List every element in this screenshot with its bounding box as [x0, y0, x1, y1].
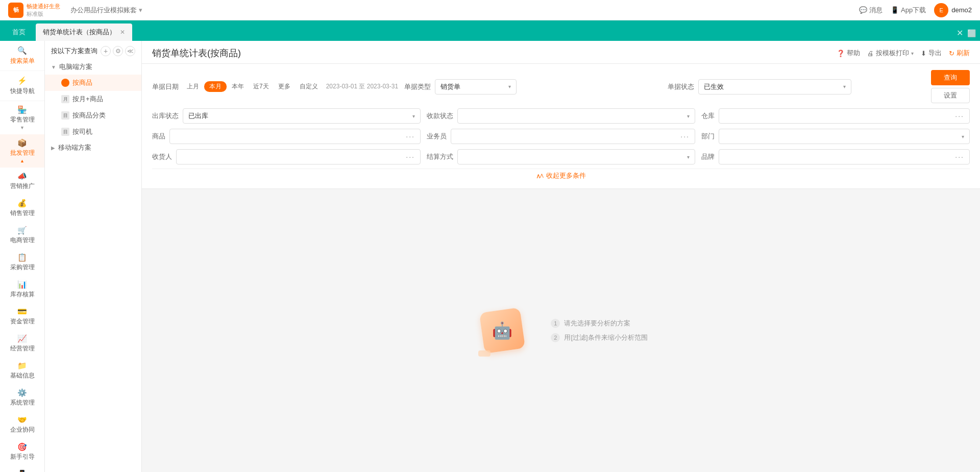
tab-home[interactable]: 首页 [4, 23, 34, 41]
print-chevron-icon: ▾ [911, 51, 914, 56]
empty-state: 🤖 1 请先选择要分析的方案 2 用[过滤]条件来缩小分析范围 [474, 302, 647, 359]
payment-method-label: 结算方式 [427, 152, 453, 161]
brand-dots-icon: ··· [955, 153, 964, 161]
main-content: 🤖 1 请先选择要分析的方案 2 用[过滤]条件来缩小分析范围 [142, 189, 980, 472]
sidebar-item-basic[interactable]: 📁 基础信息 [0, 357, 44, 384]
message-btn[interactable]: 💬 消息 [859, 6, 883, 15]
sidebar-item-system[interactable]: ⚙️ 系统管理 [0, 384, 44, 411]
tree-item-by-brand[interactable]: 目 按司机 [45, 124, 141, 140]
sidebar-item-inventory[interactable]: 📊 库存核算 [0, 276, 44, 303]
refresh-btn[interactable]: ↻ 刷新 [949, 49, 970, 58]
logo-icon: 畅 [8, 3, 23, 18]
warehouse-input[interactable]: ··· [719, 108, 970, 124]
help-icon: ❓ [837, 50, 845, 57]
refresh-icon: ↻ [949, 50, 954, 57]
sidebar-item-ecommerce[interactable]: 🛒 电商管理 [0, 222, 44, 249]
avatar: E [934, 3, 948, 17]
download-icon: 📱 [891, 6, 899, 14]
staff-dots-icon: ··· [680, 132, 690, 140]
tab-close-icon[interactable]: ✕ [120, 29, 125, 36]
maximize-icon[interactable]: ⬜ [967, 29, 976, 37]
sidebar-item-quick-nav[interactable]: ⚡ 快捷导航 [0, 71, 44, 101]
help-btn[interactable]: ❓ 帮助 [837, 49, 860, 58]
print-btn[interactable]: 🖨 按模板打印 ▾ [867, 49, 914, 58]
date-tab-more[interactable]: 更多 [274, 81, 295, 92]
doc-status-select[interactable]: 已生效 ▾ [698, 79, 851, 95]
tree-item-by-month-product[interactable]: 月 按月+商品 [45, 91, 141, 107]
date-tab-this-year[interactable]: 本年 [228, 81, 248, 92]
sidebar-item-sales[interactable]: 💰 销售管理 [0, 195, 44, 222]
logo-area: 畅 畅捷通好生意 标准版 [8, 3, 60, 18]
sidebar-item-search-menu[interactable]: 🔍 搜索菜单 [0, 41, 44, 71]
collapse-filter-btn[interactable]: ∧ ∧ 收起更多条件 [152, 169, 970, 182]
print-icon: 🖨 [867, 50, 874, 57]
warehouse-status-select[interactable]: 已出库 ▾ [183, 108, 421, 124]
dept-label: 部门 [701, 132, 715, 141]
brand-input[interactable]: ··· [719, 149, 970, 164]
enterprise-icon: 🤝 [17, 415, 27, 424]
sidebar-item-marketing[interactable]: 📣 营销推广 [0, 168, 44, 195]
tree-desktop-header[interactable]: ▼ 电脑端方案 [45, 59, 141, 75]
finance-icon: 💳 [17, 307, 27, 316]
export-btn[interactable]: ⬇ 导出 [921, 49, 942, 58]
settings-button[interactable]: 设置 [931, 88, 970, 103]
status-select-arrow-icon: ▾ [843, 84, 846, 89]
brand-label: 品牌 [701, 152, 715, 161]
user-area[interactable]: E demo2 [934, 3, 972, 17]
left-panel-title: 按以下方案查询 [51, 46, 97, 56]
sidebar-item-purchase[interactable]: 📋 采购管理 [0, 249, 44, 276]
basic-icon: 📁 [17, 361, 27, 370]
page-header: 销货单统计表(按商品) ❓ 帮助 🖨 按模板打印 ▾ ⬇ 导出 ↻ 刷新 [142, 41, 980, 64]
filter-panel: 单据日期 上月 本月 本年 近7天 更多 自定义 2023-03-01 至 20… [142, 64, 980, 189]
product-dots-icon: ··· [406, 132, 415, 140]
left-panel: 按以下方案查询 + ⚙ ≪ ▼ 电脑端方案 按商品 月 按月+商品 目 [45, 41, 142, 472]
sidebar-item-guide[interactable]: 🎯 新手引导 [0, 438, 44, 465]
ecommerce-icon: 🛒 [17, 226, 27, 235]
tree-item-by-product[interactable]: 按商品 [45, 75, 141, 91]
warehouse-select-arrow-icon: ▾ [412, 113, 415, 119]
export-icon: ⬇ [921, 50, 926, 57]
empty-illustration: 🤖 [474, 302, 530, 359]
sidebar-item-enterprise[interactable]: 🤝 企业协同 [0, 411, 44, 438]
doc-type-select[interactable]: 销货单 ▾ [435, 79, 517, 95]
sidebar-item-operations[interactable]: 📈 经营管理 [0, 330, 44, 357]
tree-mobile-header[interactable]: ▶ 移动端方案 [45, 140, 141, 155]
doc-status-label: 单据状态 [668, 82, 694, 91]
app-download-btn[interactable]: 📱 App下载 [891, 6, 926, 15]
settings-scheme-btn[interactable]: ⚙ [113, 46, 123, 56]
product-input[interactable]: ··· [169, 129, 421, 144]
sidebar-item-wholesale[interactable]: 📦 批发管理 ▲ [0, 134, 44, 168]
month-icon: 月 [61, 95, 69, 103]
date-tab-custom[interactable]: 自定义 [296, 81, 322, 92]
close-window-icon[interactable]: ✕ [957, 28, 963, 38]
date-tab-last-month[interactable]: 上月 [183, 81, 203, 92]
empty-tip-1: 请先选择要分析的方案 [564, 319, 630, 328]
collapse-panel-btn[interactable]: ≪ [125, 46, 135, 56]
tree-item-by-category[interactable]: 目 按商品分类 [45, 107, 141, 124]
marketing-icon: 📣 [17, 172, 27, 181]
payment-status-select[interactable]: ▾ [457, 108, 695, 124]
message-icon: 💬 [859, 6, 867, 14]
date-label: 单据日期 [152, 82, 179, 91]
system-icon: ⚙️ [17, 388, 27, 397]
inventory-icon: 📊 [17, 280, 27, 289]
payment-select-arrow-icon: ▾ [687, 113, 690, 119]
sidebar-item-retail[interactable]: 🏪 零售管理 ▼ [0, 101, 44, 134]
payment-method-select[interactable]: ▾ [457, 149, 695, 164]
date-tab-7days[interactable]: 近7天 [249, 81, 273, 92]
date-tab-this-month[interactable]: 本月 [204, 81, 227, 92]
select-arrow-icon: ▾ [508, 84, 511, 89]
tab-stats[interactable]: 销货单统计表（按商品） ✕ [36, 23, 132, 41]
add-scheme-btn[interactable]: + [101, 46, 111, 56]
dept-select[interactable]: ▾ [719, 129, 970, 144]
doc-type-label: 单据类型 [404, 82, 431, 91]
category-icon: 目 [61, 111, 69, 120]
sidebar: 🔍 搜索菜单 ⚡ 快捷导航 🏪 零售管理 ▼ 📦 批发管理 ▲ 📣 营销推广 💰… [0, 41, 45, 472]
industry-selector[interactable]: 办公用品行业模拟账套 ▾ [70, 6, 142, 15]
staff-input[interactable]: ··· [451, 129, 695, 144]
page-title: 销货单统计表(按商品) [152, 47, 241, 59]
query-button[interactable]: 查询 [931, 70, 970, 85]
receiver-input[interactable]: ··· [176, 149, 421, 164]
sidebar-item-app-center[interactable]: 📱 应用中心 [0, 465, 44, 472]
sidebar-item-finance[interactable]: 💳 资金管理 [0, 303, 44, 330]
